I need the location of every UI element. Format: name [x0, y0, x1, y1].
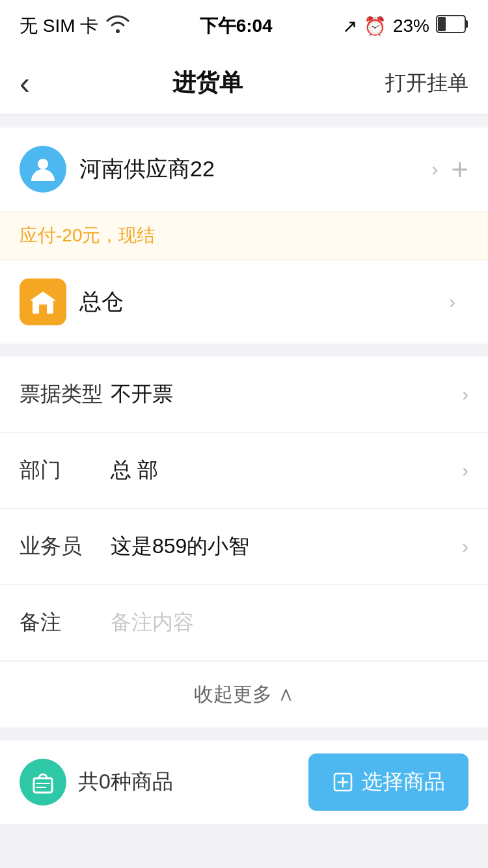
salesperson-value: 这是859的小智: [111, 532, 462, 561]
warehouse-chevron-icon: ›: [449, 291, 455, 313]
ticket-type-label: 票据类型: [20, 380, 111, 409]
location-icon: ↗: [342, 16, 357, 37]
page-title: 进货单: [172, 67, 243, 99]
department-chevron-icon: ›: [462, 459, 468, 481]
ticket-type-value: 不开票: [111, 380, 462, 409]
add-button[interactable]: +: [451, 152, 468, 187]
warning-banner: 应付-20元，现结: [0, 211, 488, 260]
shopping-bag-icon: [30, 769, 56, 795]
collapse-button[interactable]: 收起更多 ∧: [194, 683, 293, 705]
supplier-name: 河南供应商22: [79, 154, 431, 184]
svg-marker-5: [30, 292, 56, 301]
salesperson-label: 业务员: [20, 532, 111, 561]
back-button[interactable]: ‹: [20, 65, 30, 101]
supplier-avatar: [20, 146, 66, 193]
product-count-area: 共0种商品: [20, 759, 173, 806]
svg-rect-2: [438, 17, 446, 31]
ticket-type-chevron-icon: ›: [462, 383, 468, 405]
warehouse-name: 总仓: [79, 287, 449, 317]
status-bar: 无 SIM 卡 下午6:04 ↗ ⏰ 23%: [0, 0, 488, 52]
select-product-label: 选择商品: [362, 768, 445, 796]
warning-text: 应付-20元，现结: [20, 225, 155, 245]
warehouse-row[interactable]: 总仓 ›: [0, 260, 488, 344]
battery-text: 23%: [393, 16, 429, 36]
select-product-icon: [332, 771, 354, 793]
svg-rect-7: [34, 778, 52, 793]
battery-icon: [436, 15, 468, 38]
collapse-row: 收起更多 ∧: [0, 661, 488, 727]
warehouse-icon-bg: [20, 278, 66, 325]
department-value: 总 部: [111, 456, 462, 485]
remark-row[interactable]: 备注 备注内容: [0, 585, 488, 661]
open-pending-button[interactable]: 打开挂单: [385, 69, 468, 98]
ticket-type-row[interactable]: 票据类型 不开票 ›: [0, 357, 488, 433]
salesperson-row[interactable]: 业务员 这是859的小智 ›: [0, 509, 488, 585]
supplier-chevron-icon: ›: [431, 158, 438, 180]
carrier-text: 无 SIM 卡: [20, 14, 98, 38]
form-section: 票据类型 不开票 › 部门 总 部 › 业务员 这是859的小智 › 备注 备注…: [0, 357, 488, 727]
alarm-icon: ⏰: [364, 16, 386, 37]
page-background: [0, 824, 488, 868]
bottom-bar: 共0种商品 选择商品: [0, 740, 488, 824]
remark-label: 备注: [20, 608, 111, 637]
department-label: 部门: [20, 456, 111, 485]
supplier-card: 河南供应商22 › + 应付-20元，现结 总仓 ›: [0, 128, 488, 344]
wifi-icon: [106, 15, 129, 38]
department-row[interactable]: 部门 总 部 ›: [0, 433, 488, 509]
status-left: 无 SIM 卡: [20, 14, 129, 38]
svg-point-3: [38, 159, 48, 169]
nav-bar: ‹ 进货单 打开挂单: [0, 52, 488, 115]
select-product-button[interactable]: 选择商品: [308, 753, 468, 811]
warehouse-icon: [29, 288, 57, 316]
product-icon-bg: [20, 759, 66, 806]
section-divider-1: [0, 115, 488, 128]
svg-rect-6: [39, 305, 47, 314]
svg-rect-1: [465, 20, 468, 28]
time-display: 下午6:04: [200, 14, 273, 38]
remark-input[interactable]: 备注内容: [111, 608, 468, 637]
product-count-text: 共0种商品: [78, 768, 173, 796]
status-right: ↗ ⏰ 23%: [342, 15, 468, 38]
supplier-row[interactable]: 河南供应商22 › +: [0, 128, 488, 211]
person-icon: [29, 155, 57, 183]
salesperson-chevron-icon: ›: [462, 536, 468, 558]
